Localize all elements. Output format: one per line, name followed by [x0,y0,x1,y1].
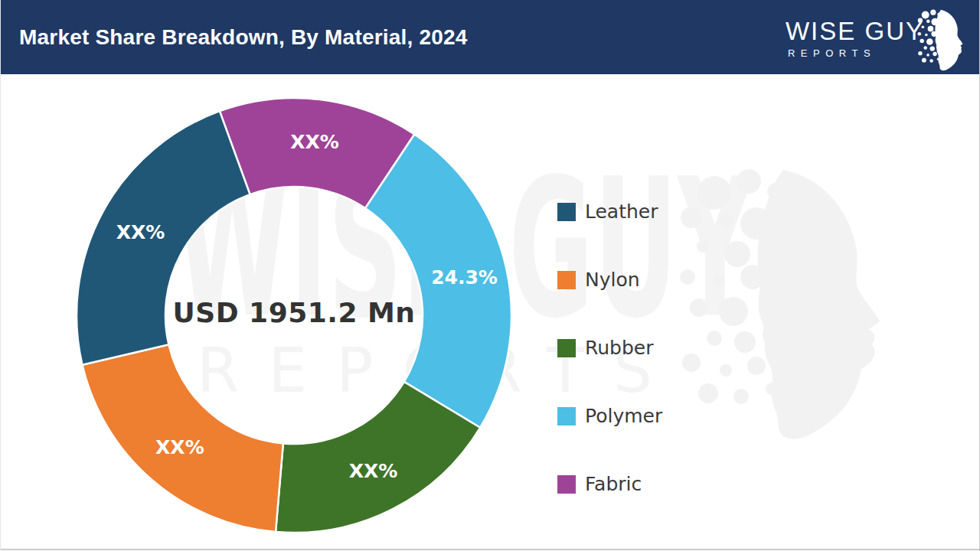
legend-swatch-nylon [557,271,576,289]
legend-item-rubber: Rubber [557,337,662,360]
legend-item-leather: Leather [557,201,662,223]
segment-label-nylon: XX% [155,436,204,458]
infographic-frame: Market Share Breakdown, By Material, 202… [0,0,980,551]
legend-swatch-rubber [557,339,576,357]
logo-text: WISE GUY REPORTS [786,18,924,59]
donut-chart: XX%24.3%XX%XX%XX% [1,0,980,551]
segment-label-rubber: XX% [349,460,398,482]
legend-swatch-leather [557,203,576,221]
legend-label-fabric: Fabric [585,473,642,496]
logo-wordmark: WISE GUY [786,18,924,45]
legend: LeatherNylonRubberPolymerFabric [557,201,662,541]
segment-label-leather: XX% [116,221,165,243]
logo-subtitle: REPORTS [786,47,924,59]
legend-label-rubber: Rubber [585,337,654,360]
center-value: USD 1951.2 Mn [141,297,447,328]
legend-item-nylon: Nylon [557,269,662,292]
legend-label-leather: Leather [585,201,658,223]
bottom-divider [1,549,979,550]
segment-label-fabric: XX% [290,131,339,153]
legend-swatch-fabric [557,475,576,494]
legend-item-fabric: Fabric [557,473,662,496]
legend-label-polymer: Polymer [585,405,662,428]
segment-label-polymer: 24.3% [431,266,498,289]
legend-label-nylon: Nylon [585,269,640,292]
legend-swatch-polymer [557,407,576,425]
legend-item-polymer: Polymer [557,405,662,428]
